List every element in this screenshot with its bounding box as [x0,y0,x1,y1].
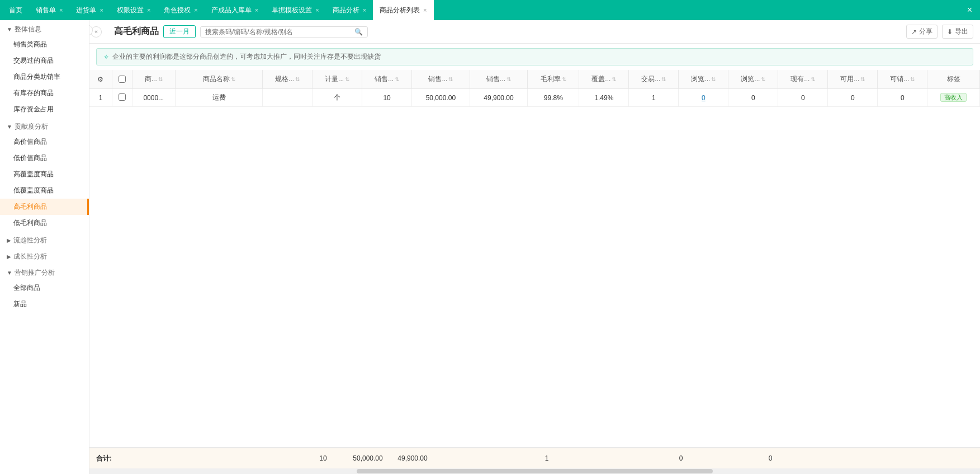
cell-gross-margin: 99.8% [528,89,579,107]
sort-icon-browse1[interactable]: ⇅ [711,76,716,82]
cell-current-stock: 0 [778,89,828,107]
cell-sales-amount: 50,000.00 [412,89,470,107]
sidebar: ▼ 整体信息 销售类商品 交易过的商品 商品分类助销率 有库存的商品 库存资金占… [0,20,89,474]
content-header: « 高毛利商品 近一月 🔍 ↗ 分享 ⬇ 导出 [89,20,980,44]
share-btn[interactable]: ↗ 分享 [906,25,938,39]
col-tag: 标签 [927,70,980,89]
sort-icon-coverage[interactable]: ⇅ [612,76,616,82]
nav-purchase[interactable]: 进货单 × [69,0,110,20]
cell-checkbox[interactable] [112,89,132,107]
footer-spacer-coverage [480,454,524,462]
nav-template[interactable]: 单据模板设置 × [265,0,325,20]
close-permission-tab[interactable]: × [147,7,150,13]
search-icon[interactable]: 🔍 [354,28,363,36]
nav-sales[interactable]: 销售单 × [29,0,69,20]
sidebar-group-growth[interactable]: ▶ 成长性分析 [0,247,89,264]
sidebar-item-new-goods[interactable]: 新品 [0,296,89,312]
sidebar-group-contribution[interactable]: ▼ 贡献度分析 [0,118,89,134]
sidebar-group-overview[interactable]: ▼ 整体信息 [0,20,89,36]
tag-badge: 高收入 [940,93,967,102]
sidebar-item-high-coverage[interactable]: 高覆盖度商品 [0,166,89,182]
cell-browse1[interactable]: 0 [679,89,728,107]
settings-icon[interactable]: ⚙ [97,76,103,83]
col-settings[interactable]: ⚙ [89,70,112,89]
footer-total: 合计: 10 50,000.00 49,900.00 1 0 0 [89,447,980,468]
footer-spacer-2 [152,454,172,462]
scroll-thumb[interactable] [357,469,713,473]
close-purchase-tab[interactable]: × [100,7,103,13]
sidebar-item-all-goods[interactable]: 全部商品 [0,280,89,296]
cell-unit: 个 [313,89,362,107]
sort-icon-unit[interactable]: ⇅ [345,76,349,82]
data-table: ⚙ 商... ⇅ 商品名称 [89,70,980,107]
sort-icon-transaction[interactable]: ⇅ [661,76,666,82]
nav-product-analysis-list[interactable]: 商品分析列表 × [373,0,433,20]
cell-available: 0 [828,89,878,107]
header-actions: ↗ 分享 ⬇ 导出 [906,25,973,39]
sidebar-item-low-value[interactable]: 低价值商品 [0,150,89,166]
info-banner: ✧ 企业的主要的利润都是这部分商品创造的，可考虑加大推广，同时关注库存是不要出现… [96,48,973,65]
close-product-analysis-list-tab[interactable]: × [423,7,427,13]
nav-product-inbound[interactable]: 产成品入库单 × [205,0,265,20]
sidebar-item-sales-goods[interactable]: 销售类商品 [0,36,89,53]
sort-icon-margin[interactable]: ⇅ [562,76,566,82]
col-browse1: 浏览... ⇅ [679,70,728,89]
footer-spacer-margin [435,454,480,462]
sidebar-item-stocked-goods[interactable]: 有库存的商品 [0,85,89,101]
nav-product-analysis[interactable]: 商品分析 × [326,0,373,20]
sort-icon-available[interactable]: ⇅ [860,76,865,82]
sidebar-group-trend[interactable]: ▶ 流趋性分析 [0,231,89,247]
cell-tag: 高收入 [927,89,980,107]
page-title: 高毛利商品 [114,26,159,37]
sidebar-item-high-margin[interactable]: 高毛利商品 [0,199,89,215]
sort-icon-spec[interactable]: ⇅ [295,76,300,82]
share-icon: ↗ [911,28,917,36]
col-gross-margin: 毛利率 ⇅ [528,70,579,89]
footer-spacer-available [703,454,748,462]
sidebar-item-category-rate[interactable]: 商品分类助销率 [0,69,89,85]
col-sales-cost: 销售... ⇅ [470,70,528,89]
row-checkbox[interactable] [119,93,126,101]
arrow-icon-2: ▼ [7,124,12,130]
sort-icon-sellable[interactable]: ⇅ [910,76,915,82]
sort-icon-qty[interactable]: ⇅ [395,76,399,82]
footer-transaction: 1 [524,454,569,462]
cell-sales-cost: 49,900.00 [470,89,528,107]
select-all-checkbox[interactable] [119,76,126,83]
cell-index: 1 [89,89,112,107]
close-role-tab[interactable]: × [194,7,197,13]
close-product-analysis-tab[interactable]: × [363,7,366,13]
sort-icon-cost[interactable]: ⇅ [506,76,511,82]
sidebar-item-stock-capital[interactable]: 库存资金占用 [0,101,89,118]
close-template-tab[interactable]: × [315,7,319,13]
sidebar-group-marketing[interactable]: ▼ 营销推广分析 [0,264,89,280]
col-checkbox[interactable] [112,70,132,89]
col-current-stock: 现有... ⇅ [778,70,828,89]
sort-icon-code[interactable]: ⇅ [158,76,163,82]
sort-icon-browse2[interactable]: ⇅ [761,76,765,82]
close-all-tabs[interactable]: × [962,5,978,15]
sort-icon-amount[interactable]: ⇅ [448,76,453,82]
export-btn[interactable]: ⬇ 导出 [942,25,973,39]
footer-sales-qty: 10 [301,454,345,462]
search-input[interactable] [205,28,354,36]
footer-spacer-browse1 [569,454,614,462]
close-sales-tab[interactable]: × [59,7,63,13]
info-icon: ✧ [103,53,109,61]
sidebar-item-low-margin[interactable]: 低毛利商品 [0,215,89,231]
sort-icon-name[interactable]: ⇅ [231,76,235,82]
sidebar-item-high-value[interactable]: 高价值商品 [0,134,89,150]
sidebar-item-low-coverage[interactable]: 低覆盖度商品 [0,182,89,199]
sidebar-item-traded-goods[interactable]: 交易过的商品 [0,53,89,69]
cell-sellable: 0 [878,89,927,107]
nav-home[interactable]: 首页 [2,0,29,20]
nav-role[interactable]: 角色授权 × [157,0,204,20]
table-wrapper[interactable]: ⚙ 商... ⇅ 商品名称 [89,70,980,447]
cell-name: 运费 [176,89,263,107]
nav-permission[interactable]: 权限设置 × [110,0,157,20]
close-product-inbound-tab[interactable]: × [255,7,258,13]
col-browse2: 浏览... ⇅ [728,70,778,89]
horizontal-scrollbar[interactable] [89,468,980,474]
sort-icon-current[interactable]: ⇅ [811,76,815,82]
filter-recent-btn[interactable]: 近一月 [163,25,196,38]
